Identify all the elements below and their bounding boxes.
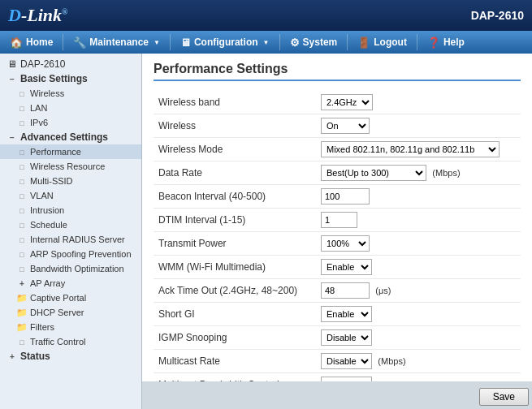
row-transmit-power: Transmit Power 100%75%50%25% bbox=[154, 232, 521, 256]
label-dtim-interval: DTIM Interval (1-15) bbox=[154, 209, 316, 232]
value-dtim-interval bbox=[316, 209, 521, 232]
sidebar-item-intrusion[interactable]: Intrusion bbox=[0, 203, 141, 217]
value-wireless: OnOff bbox=[316, 114, 521, 138]
sidebar-item-basic-settings[interactable]: Basic Settings bbox=[0, 71, 141, 86]
lan-icon bbox=[16, 102, 28, 114]
bw-icon bbox=[16, 263, 28, 274]
sidebar-item-wireless[interactable]: Wireless bbox=[0, 86, 141, 101]
row-igmp-snooping: IGMP Snooping DisableEnable bbox=[154, 326, 521, 350]
sidebar-item-captive-portal[interactable]: 📁 Captive Portal bbox=[0, 291, 141, 305]
label-short-gi: Short GI bbox=[154, 303, 316, 326]
save-row: Save bbox=[142, 381, 532, 409]
select-wireless[interactable]: OnOff bbox=[321, 118, 370, 134]
label-transmit-power: Transmit Power bbox=[154, 232, 316, 256]
input-beacon-interval[interactable] bbox=[321, 188, 370, 204]
content-area: Performance Settings Wireless band 2.4GH… bbox=[142, 54, 532, 381]
value-ack-timeout: (μs) bbox=[316, 279, 521, 303]
value-transmit-power: 100%75%50%25% bbox=[316, 232, 521, 256]
sidebar-item-internal-radius[interactable]: Internal RADIUS Server bbox=[0, 232, 141, 247]
input-dtim-interval[interactable] bbox=[321, 212, 357, 228]
nav-configuration[interactable]: 🖥 Configuration ▼ bbox=[171, 31, 279, 54]
label-multicast-rate: Multicast Rate bbox=[154, 350, 316, 373]
nav-maintenance[interactable]: 🔧 Maintenance ▼ bbox=[63, 31, 170, 54]
row-multicast-rate: Multicast Rate Disable69 (Mbps) bbox=[154, 350, 521, 373]
sidebar-item-dap2610[interactable]: 🖥 DAP-2610 bbox=[0, 57, 141, 71]
perf-icon bbox=[16, 146, 28, 157]
schedule-icon bbox=[16, 219, 28, 230]
sidebar-item-ipv6[interactable]: IPv6 bbox=[0, 115, 141, 130]
settings-table: Wireless band 2.4GHz5GHz Wireless OnOff bbox=[154, 91, 521, 381]
computer-icon: 🖥 bbox=[6, 58, 18, 70]
navbar: 🏠 Home 🔧 Maintenance ▼ 🖥 Configuration ▼… bbox=[0, 31, 532, 54]
value-igmp-snooping: DisableEnable bbox=[316, 326, 521, 350]
wifi-icon bbox=[16, 88, 28, 99]
select-wireless-band[interactable]: 2.4GHz5GHz bbox=[321, 94, 373, 110]
select-data-rate[interactable]: Best(Up to 300) bbox=[321, 165, 426, 181]
intrusion-icon bbox=[16, 204, 28, 216]
chevron-down-icon2: ▼ bbox=[263, 39, 270, 46]
sidebar-item-filters[interactable]: 📁 Filters bbox=[0, 320, 141, 334]
label-wireless-band: Wireless band bbox=[154, 91, 316, 114]
sidebar-item-advanced-settings[interactable]: Advanced Settings bbox=[0, 130, 141, 144]
sidebar-item-vlan[interactable]: VLAN bbox=[0, 188, 141, 203]
row-wireless: Wireless OnOff bbox=[154, 114, 521, 138]
nav-home[interactable]: 🏠 Home bbox=[0, 31, 63, 54]
nav-help[interactable]: ❓ Help bbox=[417, 31, 474, 54]
row-wireless-band: Wireless band 2.4GHz5GHz bbox=[154, 91, 521, 114]
content-wrapper: Performance Settings Wireless band 2.4GH… bbox=[142, 54, 532, 409]
row-data-rate: Data Rate Best(Up to 300) (Mbps) bbox=[154, 161, 521, 185]
value-wmm: EnableDisable bbox=[316, 256, 521, 279]
value-data-rate: Best(Up to 300) (Mbps) bbox=[316, 161, 521, 185]
sidebar-item-arp-spoofing[interactable]: ARP Spoofing Prevention bbox=[0, 247, 141, 261]
select-igmp-snooping[interactable]: DisableEnable bbox=[321, 329, 372, 346]
minus-expand-icon2 bbox=[6, 131, 18, 143]
sidebar: 🖥 DAP-2610 Basic Settings Wireless LAN I… bbox=[0, 54, 142, 409]
sidebar-item-wireless-resource[interactable]: Wireless Resource bbox=[0, 159, 141, 174]
mssid-icon bbox=[16, 175, 28, 187]
label-data-rate: Data Rate bbox=[154, 161, 316, 185]
sidebar-item-traffic-control[interactable]: Traffic Control bbox=[0, 334, 141, 349]
header: D-Link® DAP-2610 bbox=[0, 0, 532, 31]
input-ack-timeout[interactable] bbox=[321, 282, 370, 299]
home-icon: 🏠 bbox=[10, 37, 23, 49]
select-multicast-rate[interactable]: Disable69 bbox=[321, 353, 372, 369]
plus-icon bbox=[16, 278, 28, 289]
unit-ack-timeout: (μs) bbox=[375, 286, 391, 295]
sidebar-item-schedule[interactable]: Schedule bbox=[0, 217, 141, 232]
select-short-gi[interactable]: EnableDisable bbox=[321, 306, 372, 322]
plus-status-icon bbox=[6, 351, 18, 362]
nav-system[interactable]: ⚙ System bbox=[280, 31, 348, 54]
sidebar-item-multi-ssid[interactable]: Multi-SSID bbox=[0, 174, 141, 188]
label-igmp-snooping: IGMP Snooping bbox=[154, 326, 316, 350]
row-multicast-bw: Multicast Bandwidth Control DisableEnabl… bbox=[154, 373, 521, 382]
device-name: DAP-2610 bbox=[471, 9, 524, 22]
ipv6-icon bbox=[16, 117, 28, 128]
row-beacon-interval: Beacon Interval (40-500) bbox=[154, 185, 521, 209]
value-wireless-band: 2.4GHz5GHz bbox=[316, 91, 521, 114]
row-dtim-interval: DTIM Interval (1-15) bbox=[154, 209, 521, 232]
select-wmm[interactable]: EnableDisable bbox=[321, 259, 372, 275]
row-short-gi: Short GI EnableDisable bbox=[154, 303, 521, 326]
value-multicast-bw: DisableEnable bbox=[316, 373, 521, 382]
filter-folder-icon: 📁 bbox=[16, 321, 28, 333]
unit-data-rate: (Mbps) bbox=[432, 168, 460, 178]
sidebar-item-bandwidth-opt[interactable]: Bandwidth Optimization bbox=[0, 261, 141, 276]
sidebar-item-dhcp-server[interactable]: 📁 DHCP Server bbox=[0, 305, 141, 320]
logout-icon: 🚪 bbox=[357, 37, 370, 49]
traffic-icon bbox=[16, 336, 28, 347]
folder-icon: 📁 bbox=[16, 292, 28, 304]
main-area: 🖥 DAP-2610 Basic Settings Wireless LAN I… bbox=[0, 54, 532, 409]
wres-icon bbox=[16, 161, 28, 172]
vlan-icon bbox=[16, 190, 28, 201]
nav-logout[interactable]: 🚪 Logout bbox=[348, 31, 417, 54]
select-transmit-power[interactable]: 100%75%50%25% bbox=[321, 235, 370, 252]
save-button[interactable]: Save bbox=[479, 388, 529, 406]
sidebar-item-ap-array[interactable]: AP Array bbox=[0, 276, 141, 291]
sidebar-item-performance[interactable]: Performance bbox=[0, 144, 141, 159]
label-wmm: WMM (Wi-Fi Multimedia) bbox=[154, 256, 316, 279]
system-icon: ⚙ bbox=[290, 37, 300, 49]
sidebar-item-lan[interactable]: LAN bbox=[0, 101, 141, 115]
select-wireless-mode[interactable]: Mixed 802.11n, 802.11g and 802.11b bbox=[321, 141, 500, 157]
sidebar-item-status[interactable]: Status bbox=[0, 349, 141, 364]
value-multicast-rate: Disable69 (Mbps) bbox=[316, 350, 521, 373]
